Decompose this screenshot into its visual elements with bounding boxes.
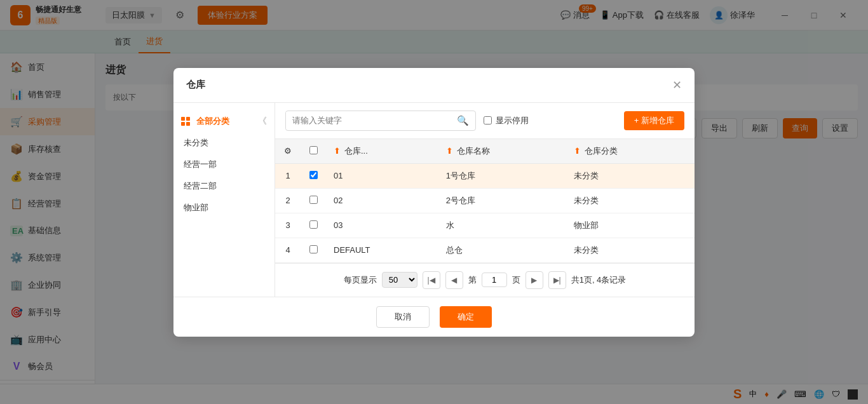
modal-overlay: 仓库 ✕ 全部分类 《 未分类 [0, 0, 868, 404]
select-all-checkbox[interactable] [309, 146, 318, 154]
row-checkbox[interactable] [301, 213, 326, 238]
next-page-button[interactable]: ▶ [526, 271, 543, 289]
category-item-0[interactable]: 未分类 [173, 132, 275, 154]
col-name: ⬆ 仓库名称 [438, 139, 567, 164]
row-code: DEFAULT [326, 238, 438, 262]
row-checkbox[interactable] [301, 238, 326, 262]
table-panel: 🔍 显示停用 + 新增仓库 ⚙ [275, 103, 695, 297]
search-box: 🔍 [285, 111, 476, 131]
row-name: 水 [438, 213, 567, 238]
category-item-3[interactable]: 物业部 [173, 197, 275, 219]
first-page-button[interactable]: |◀ [423, 271, 440, 289]
category-item-2[interactable]: 经营二部 [173, 175, 275, 197]
col-settings: ⚙ [275, 139, 301, 164]
category-item-1[interactable]: 经营一部 [173, 154, 275, 175]
table-row[interactable]: 1 01 1号仓库 未分类 [275, 163, 695, 188]
row-name: 2号仓库 [438, 188, 567, 213]
sort-icon-name: ⬆ [446, 146, 453, 156]
category-panel: 全部分类 《 未分类 经营一部 经营二部 物业部 [173, 103, 275, 297]
row-name: 总仓 [438, 238, 567, 262]
row-code: 02 [326, 188, 438, 213]
last-page-button[interactable]: ▶| [548, 271, 566, 289]
row-code: 03 [326, 213, 438, 238]
row-code: 01 [326, 163, 438, 188]
modal-close-button[interactable]: ✕ [672, 78, 682, 92]
pagination-bar: 每页显示 50 100 200 |◀ ◀ 第 页 ▶ ▶| 共1页, 4条记录 [275, 263, 695, 297]
table-row[interactable]: 2 02 2号仓库 未分类 [275, 188, 695, 213]
show-disabled-label[interactable]: 显示停用 [484, 115, 529, 126]
all-category-item[interactable]: 全部分类 《 [173, 111, 275, 132]
modal-title: 仓库 [186, 79, 205, 91]
page-number-input[interactable] [482, 273, 507, 287]
row-num: 4 [275, 238, 301, 262]
table-toolbar: 🔍 显示停用 + 新增仓库 [275, 103, 695, 139]
modal-header: 仓库 ✕ [173, 68, 695, 103]
page-unit: 页 [512, 274, 520, 286]
row-checkbox[interactable] [301, 163, 326, 188]
col-settings-icon[interactable]: ⚙ [284, 146, 292, 156]
row-num: 2 [275, 188, 301, 213]
collapse-icon[interactable]: 《 [258, 116, 267, 127]
sort-icon-cat: ⬆ [574, 146, 581, 156]
add-warehouse-button[interactable]: + 新增仓库 [624, 111, 684, 130]
cancel-button[interactable]: 取消 [376, 306, 430, 328]
per-page-select[interactable]: 50 100 200 [382, 272, 417, 288]
page-label: 第 [468, 274, 477, 286]
modal-body: 全部分类 《 未分类 经营一部 经营二部 物业部 [173, 103, 695, 297]
modal-footer: 取消 确定 [173, 297, 695, 337]
col-code: ⬆ 仓库... [326, 139, 438, 164]
row-category: 未分类 [566, 163, 695, 188]
row-num: 3 [275, 213, 301, 238]
table-row[interactable]: 4 DEFAULT 总仓 未分类 [275, 238, 695, 262]
warehouse-table: ⚙ ⬆ 仓库... [275, 139, 695, 263]
row-name: 1号仓库 [438, 163, 567, 188]
row-checkbox[interactable] [301, 188, 326, 213]
table-row[interactable]: 3 03 水 物业部 [275, 213, 695, 238]
col-category: ⬆ 仓库分类 [566, 139, 695, 164]
prev-page-button[interactable]: ◀ [445, 271, 463, 289]
sort-icon: ⬆ [334, 146, 341, 156]
row-num: 1 [275, 163, 301, 188]
show-disabled-checkbox[interactable] [484, 116, 492, 125]
row-category: 物业部 [566, 213, 695, 238]
warehouse-modal: 仓库 ✕ 全部分类 《 未分类 [173, 68, 695, 337]
row-category: 未分类 [566, 238, 695, 262]
row-category: 未分类 [566, 188, 695, 213]
search-input[interactable] [286, 112, 451, 129]
per-page-label: 每页显示 [344, 274, 377, 286]
total-info: 共1页, 4条记录 [571, 274, 627, 286]
search-icon-button[interactable]: 🔍 [451, 111, 475, 130]
all-category-label: 全部分类 [196, 116, 229, 127]
confirm-button[interactable]: 确定 [440, 306, 492, 328]
grid-icon [181, 117, 190, 126]
col-checkbox-header [301, 139, 326, 164]
